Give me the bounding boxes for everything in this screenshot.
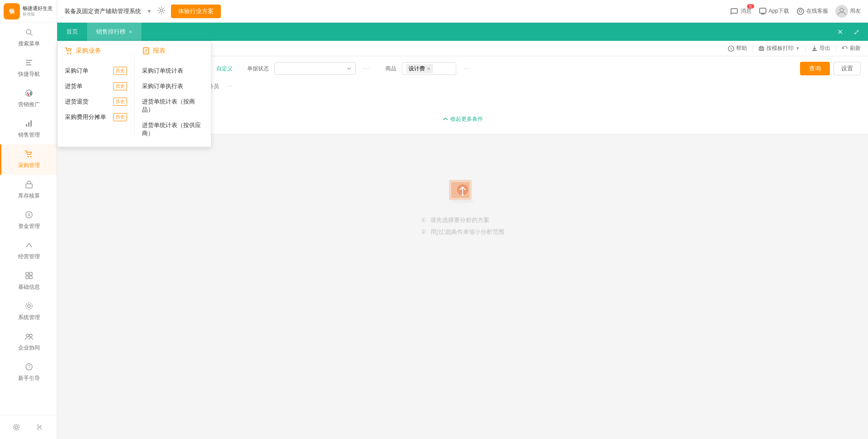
- report-col: 报表 采购订单统计表 采购订单执行表 进货单统计表（按商品） 进货单统计表（按供…: [135, 47, 211, 141]
- svg-rect-18: [29, 272, 32, 275]
- inventory-icon: [25, 180, 33, 190]
- svg-rect-11: [30, 120, 32, 127]
- sales-icon: [25, 119, 33, 129]
- sidebar-item-sales[interactable]: 销售管理: [0, 114, 57, 144]
- svg-point-35: [840, 8, 844, 12]
- tab-sales-ranking[interactable]: 销售排行榜 ✕: [87, 23, 141, 41]
- sidebar-item-operation[interactable]: 经营管理: [0, 236, 57, 266]
- guide-icon: ?: [25, 363, 33, 373]
- print-btn[interactable]: 按模板打印 ▼: [758, 44, 800, 52]
- settings-footer-btn[interactable]: [9, 420, 24, 434]
- tab-close-icon[interactable]: ✕: [128, 29, 132, 35]
- svg-text:?: ?: [28, 365, 30, 370]
- user-menu[interactable]: 用友: [835, 5, 861, 18]
- refresh-btn[interactable]: 刷新: [842, 44, 861, 52]
- svg-rect-6: [26, 64, 31, 65]
- message-label: 消息: [741, 7, 751, 15]
- sidebar-logo: 畅 畅捷通好生意 标准版: [0, 0, 57, 23]
- dropdown-item-purchase-receipt[interactable]: 进货单 历史: [65, 79, 127, 94]
- collab-icon: [25, 332, 33, 342]
- svg-rect-17: [26, 272, 29, 275]
- system-icon: [25, 302, 33, 312]
- sidebar-item-purchase[interactable]: 采购管理: [0, 144, 57, 175]
- date-custom-btn[interactable]: 自定义: [216, 65, 233, 73]
- dropdown-item-report-2[interactable]: 进货单统计表（按商品）: [142, 94, 204, 118]
- collapse-sidebar-btn[interactable]: [33, 420, 48, 434]
- svg-point-52: [70, 53, 71, 54]
- svg-rect-31: [760, 8, 766, 13]
- goods-tag: 设计费 ✕: [406, 64, 433, 74]
- nav-icon: [25, 59, 33, 69]
- dropdown-item-report-0[interactable]: 采购订单统计表: [142, 63, 204, 79]
- svg-point-27: [15, 426, 18, 429]
- svg-point-24: [29, 334, 32, 337]
- print-dropdown-icon[interactable]: ▼: [795, 46, 800, 51]
- help-btn[interactable]: ? 帮助: [728, 44, 747, 52]
- message-btn[interactable]: 消息 5: [730, 7, 751, 16]
- goods-input[interactable]: 设计费 ✕: [402, 62, 456, 75]
- svg-point-23: [26, 334, 29, 337]
- svg-point-30: [160, 9, 163, 12]
- doc-status-select[interactable]: [274, 62, 356, 75]
- sidebar: 畅 畅捷通好生意 标准版 搜索菜单 快捷导航 📢 营销推广: [0, 0, 57, 439]
- logo-badge: 标准版: [23, 11, 53, 17]
- sidebar-item-collab[interactable]: 企业协同: [0, 327, 57, 357]
- settings-btn[interactable]: 设置: [834, 62, 861, 75]
- svg-point-51: [67, 53, 68, 54]
- svg-text:¥: ¥: [27, 212, 30, 217]
- svg-point-28: [14, 424, 20, 430]
- purchase-col: 采购业务 采购订单 历史 进货单 历史 进货退货 历史 采购费用分摊单 历史: [58, 47, 134, 141]
- sidebar-item-inventory[interactable]: 库存核算: [0, 175, 57, 205]
- svg-rect-10: [28, 122, 29, 127]
- header-dropdown-arrow[interactable]: ▼: [146, 8, 152, 15]
- purchase-dropdown-menu: 采购业务 采购订单 历史 进货单 历史 进货退货 历史 采购费用分摊单 历史: [57, 41, 211, 147]
- industry-btn[interactable]: 体验行业方案: [171, 5, 221, 18]
- dropdown-item-purchase-return[interactable]: 进货退货 历史: [65, 94, 127, 109]
- sidebar-item-finance[interactable]: ¥ 资金管理: [0, 205, 57, 236]
- collapse-filter-btn[interactable]: 收起更多条件: [442, 113, 483, 126]
- svg-point-21: [28, 305, 30, 307]
- purchase-section-icon: [65, 47, 73, 55]
- dropdown-item-purchase-order[interactable]: 采购订单 历史: [65, 63, 127, 79]
- tab-home[interactable]: 首页: [57, 23, 87, 41]
- header-gear-icon[interactable]: [157, 6, 166, 16]
- basic-icon: [25, 271, 33, 281]
- sidebar-item-nav[interactable]: 快捷导航: [0, 53, 57, 84]
- tab-maximize-btn[interactable]: ⤢: [850, 25, 863, 38]
- sidebar-item-marketing[interactable]: 📢 营销推广: [0, 84, 57, 114]
- svg-text:畅: 畅: [9, 8, 15, 15]
- sidebar-item-search[interactable]: 搜索菜单: [0, 23, 57, 53]
- svg-point-22: [26, 303, 32, 309]
- history-badge-3: 历史: [113, 113, 127, 121]
- empty-icon: [440, 171, 485, 207]
- dropdown-item-report-3[interactable]: 进货单统计表（按供应商）: [142, 118, 204, 141]
- finance-icon: ¥: [25, 211, 33, 221]
- sidebar-item-basic-label: 基础信息: [18, 283, 40, 291]
- dropdown-item-report-1[interactable]: 采购订单执行表: [142, 79, 204, 94]
- message-badge: 5: [747, 4, 754, 9]
- sidebar-item-collab-label: 企业协同: [18, 344, 40, 352]
- sidebar-item-search-label: 搜索菜单: [18, 40, 40, 48]
- dropdown-item-purchase-expense[interactable]: 采购费用分摊单 历史: [65, 109, 127, 125]
- sidebar-item-basic[interactable]: 基础信息: [0, 266, 57, 296]
- online-service-btn[interactable]: 在线客服: [796, 7, 828, 15]
- svg-point-34: [797, 8, 804, 15]
- sidebar-item-system[interactable]: 系统管理: [0, 296, 57, 327]
- tab-close-window-btn[interactable]: ✕: [834, 25, 846, 38]
- search-nav-icon: [25, 28, 33, 38]
- sidebar-item-guide[interactable]: ? 新手引导: [0, 357, 57, 388]
- svg-rect-14: [26, 184, 32, 188]
- history-badge-2: 历史: [113, 98, 127, 106]
- app-download-btn[interactable]: App下载: [759, 7, 789, 15]
- svg-line-3: [30, 34, 32, 35]
- goods-tag-close[interactable]: ✕: [427, 66, 430, 71]
- query-btn[interactable]: 查询: [800, 62, 830, 75]
- empty-tip2: ② 用[过滤]条件来缩小分析范围: [421, 226, 505, 238]
- sidebar-footer: [0, 415, 57, 439]
- sidebar-item-sales-label: 销售管理: [18, 131, 40, 139]
- sidebar-item-marketing-label: 营销推广: [18, 101, 40, 109]
- svg-point-50: [451, 200, 474, 203]
- history-badge-0: 历史: [113, 67, 127, 75]
- tab-home-label: 首页: [66, 28, 78, 36]
- export-btn[interactable]: 导出: [811, 44, 830, 52]
